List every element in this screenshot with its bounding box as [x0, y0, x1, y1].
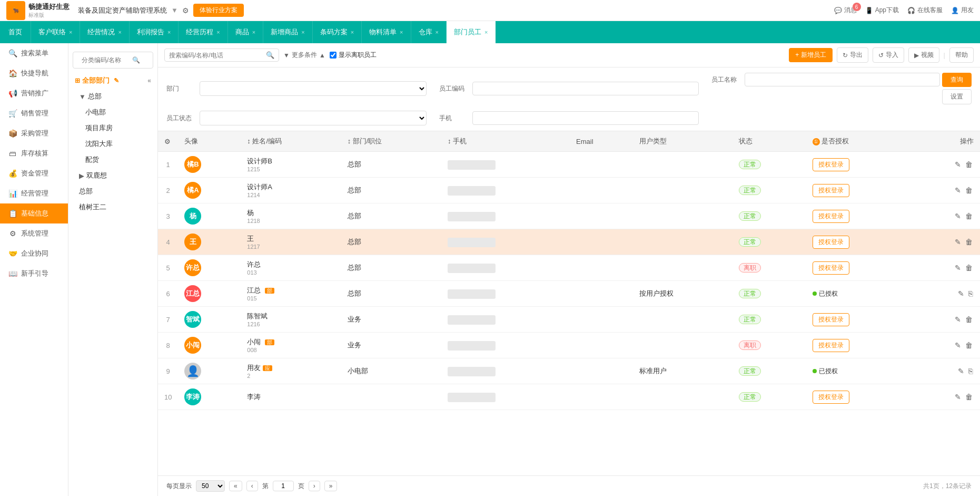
edit-button[interactable]: ✎ — [954, 185, 962, 196]
edit-icon[interactable]: ✎ — [114, 77, 119, 84]
close-icon[interactable]: × — [252, 29, 255, 35]
delete-button[interactable]: 🗑 — [964, 314, 974, 325]
phone-input[interactable] — [472, 111, 699, 125]
edit-button[interactable]: ✎ — [954, 340, 962, 351]
sidebar-item-inventory[interactable]: 🗃 库存核算 — [0, 143, 68, 163]
close-icon[interactable]: × — [484, 29, 488, 35]
show-resigned-label[interactable]: 显示离职员工 — [330, 51, 377, 60]
sidebar-item-marketing[interactable]: 📢 营销推广 — [0, 83, 68, 103]
edit-button[interactable]: ✎ — [957, 288, 965, 299]
show-resigned-checkbox[interactable] — [330, 52, 336, 59]
next-page-button[interactable]: › — [309, 481, 320, 491]
sidebar-item-sales[interactable]: 🛒 销售管理 — [0, 103, 68, 123]
dept-all-header[interactable]: ⊞ 全部部门 ✎ « — [68, 73, 157, 89]
search-button[interactable]: 查询 — [942, 73, 972, 87]
edit-button[interactable]: ✎ — [954, 237, 962, 247]
search-input[interactable] — [169, 52, 264, 59]
dept-item-hq2[interactable]: 总部 — [68, 183, 157, 199]
close-icon[interactable]: × — [351, 29, 354, 35]
tab-home[interactable]: 首页 — [0, 21, 31, 43]
user-action[interactable]: 👤 用友 — [951, 6, 974, 15]
auth-button[interactable]: 授权登录 — [813, 391, 849, 404]
close-icon[interactable]: × — [167, 29, 171, 35]
edit-button[interactable]: ✎ — [954, 211, 962, 221]
more-filter-btn[interactable]: ▼ 更多条件 ▲ — [283, 51, 325, 60]
delete-button[interactable]: 🗑 — [964, 340, 974, 351]
sidebar-item-search[interactable]: 🔍 搜索菜单 — [0, 43, 68, 63]
delete-button[interactable]: 🗑 — [964, 392, 974, 402]
app-download-action[interactable]: 📱 App下载 — [865, 6, 899, 15]
empname-input[interactable] — [745, 73, 940, 86]
tab-history[interactable]: 经营历程 × — [179, 21, 227, 43]
dept-item-shenyang[interactable]: 沈阳大库 — [68, 136, 157, 152]
settings-icon[interactable]: ⚙ — [182, 6, 189, 15]
sidebar-item-nav[interactable]: 🏠 快捷导航 — [0, 63, 68, 83]
last-page-button[interactable]: » — [324, 481, 338, 491]
edit-button[interactable]: ✎ — [954, 262, 962, 273]
import-button[interactable]: ↺导入 — [873, 47, 904, 63]
tab-customer[interactable]: 客户联络 × — [31, 21, 80, 43]
dept-item-small-elec[interactable]: 小电部 — [68, 104, 157, 120]
first-page-button[interactable]: « — [229, 481, 242, 491]
auth-button[interactable]: 授权登录 — [813, 339, 849, 352]
sidebar-item-enterprise[interactable]: 🤝 企业协同 — [0, 244, 68, 264]
auth-button[interactable]: 授权登录 — [813, 236, 849, 249]
dept-filter-select[interactable] — [200, 81, 427, 96]
tab-dept-staff[interactable]: 部门员工 × — [447, 21, 496, 43]
close-icon[interactable]: × — [118, 29, 121, 35]
delete-button[interactable]: 🗑 — [964, 211, 974, 221]
sidebar-item-system[interactable]: ⚙ 系统管理 — [0, 223, 68, 244]
delete-button[interactable]: 🗑 — [964, 237, 974, 247]
copy-button[interactable]: ⎘ — [967, 288, 974, 299]
tab-operation-status[interactable]: 经营情况 × — [80, 21, 129, 43]
edit-button[interactable]: ✎ — [954, 159, 962, 170]
dept-item-plant[interactable]: 植树王二 — [68, 199, 157, 215]
online-service-action[interactable]: 🎧 在线客服 — [907, 6, 943, 15]
col-name[interactable]: ↕ 姓名/编码 — [241, 131, 341, 152]
close-icon[interactable]: × — [400, 29, 403, 35]
close-icon[interactable]: × — [435, 29, 439, 35]
delete-button[interactable]: 🗑 — [964, 185, 974, 196]
auth-button[interactable]: 授权登录 — [813, 261, 849, 275]
add-employee-button[interactable]: + 新增员工 — [789, 48, 832, 62]
edit-button[interactable]: ✎ — [954, 314, 962, 325]
reset-button[interactable]: 设置 — [942, 89, 972, 104]
sidebar-item-operation[interactable]: 📊 经营管理 — [0, 183, 68, 203]
tab-goods[interactable]: 商品 × — [228, 21, 263, 43]
col-dept[interactable]: ↕ 部门/职位 — [341, 131, 441, 152]
empcode-input[interactable] — [472, 82, 699, 95]
page-input[interactable] — [273, 481, 294, 491]
view-button[interactable]: ▶视频 — [908, 47, 939, 63]
help-button[interactable]: 帮助 — [949, 47, 974, 63]
dept-search-input[interactable] — [77, 54, 130, 66]
experience-button[interactable]: 体验行业方案 — [193, 4, 244, 17]
auth-button[interactable]: 授权登录 — [813, 210, 849, 223]
delete-button[interactable]: 🗑 — [964, 262, 974, 273]
close-icon[interactable]: × — [216, 29, 220, 35]
prev-page-button[interactable]: ‹ — [246, 481, 258, 491]
dept-item-headquarter[interactable]: ▼ 总部 — [68, 89, 157, 104]
sidebar-item-guide[interactable]: 📖 新手引导 — [0, 264, 68, 284]
close-icon[interactable]: × — [301, 29, 304, 35]
col-settings[interactable]: ⚙ — [158, 131, 178, 152]
sidebar-item-basic[interactable]: 📋 基础信息 — [0, 203, 68, 223]
dept-item-double[interactable]: ▶ 双鹿想 — [68, 168, 157, 183]
tab-warehouse[interactable]: 仓库 × — [411, 21, 447, 43]
auth-button[interactable]: 授权登录 — [813, 158, 849, 171]
edit-button[interactable]: ✎ — [954, 392, 962, 402]
collapse-icon[interactable]: « — [147, 77, 151, 84]
sidebar-item-finance[interactable]: 💰 资金管理 — [0, 163, 68, 183]
message-action[interactable]: 💬 消息 6 — [834, 6, 857, 15]
auth-button[interactable]: 授权登录 — [813, 313, 849, 326]
edit-button[interactable]: ✎ — [957, 366, 965, 376]
tab-new-goods[interactable]: 新增商品 × — [263, 21, 312, 43]
sidebar-item-purchase[interactable]: 📦 采购管理 — [0, 123, 68, 143]
export-button[interactable]: ↻导出 — [837, 47, 868, 63]
dept-item-delivery[interactable]: 配货 — [68, 152, 157, 168]
dropdown-icon[interactable]: ▼ — [171, 6, 178, 14]
dept-item-project[interactable]: 项目库房 — [68, 120, 157, 136]
tab-profit[interactable]: 利润报告 × — [130, 21, 179, 43]
delete-button[interactable]: 🗑 — [964, 159, 974, 170]
close-icon[interactable]: × — [69, 29, 72, 35]
tab-bom[interactable]: 物料清单 × — [362, 21, 411, 43]
